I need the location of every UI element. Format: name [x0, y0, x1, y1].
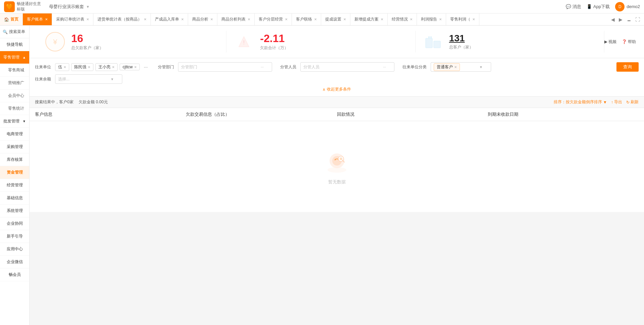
- sidebar-item-member-vip[interactable]: 畅会员: [0, 268, 29, 281]
- company-type-filter-select[interactable]: 普通客户 ✕ ▼: [431, 62, 491, 72]
- tab-maximize-btn[interactable]: ⛶: [634, 16, 641, 23]
- tab-customer-account[interactable]: 客户账本 ✕: [23, 13, 52, 25]
- tab-retail-profit[interactable]: 零售利润（ ✕: [446, 13, 479, 25]
- tab-purchase-order-stats[interactable]: 采购订单统计表 ✕: [52, 13, 93, 25]
- company-tag-more[interactable]: ···: [142, 64, 150, 70]
- tab-profit-report-label: 利润报告: [421, 16, 437, 22]
- tab-product-analysis-list[interactable]: 商品分析列表 ✕: [217, 13, 255, 25]
- tab-business-situation-close[interactable]: ✕: [410, 17, 413, 21]
- company-tag-chen-close[interactable]: ✕: [88, 65, 90, 69]
- company-tag-chen[interactable]: 陈民强 ✕: [71, 63, 93, 71]
- avatar: D: [615, 2, 625, 11]
- company-tag-wu-close[interactable]: ✕: [63, 65, 66, 69]
- tab-next-btn[interactable]: ▶: [617, 16, 624, 23]
- company-tag-cjttcw-close[interactable]: ✕: [134, 65, 137, 69]
- query-button[interactable]: 查询: [616, 62, 639, 72]
- help-btn[interactable]: ❓ 帮助: [622, 39, 636, 45]
- th-debt: 欠款交易信息（占比）: [186, 111, 337, 117]
- sidebar-item-member-center[interactable]: 会员中心: [0, 89, 29, 102]
- balance-filter-arrow: ▼: [111, 77, 114, 81]
- sidebar-search[interactable]: 🔍 搜索菜单: [0, 26, 29, 38]
- tab-product-in-order[interactable]: 产成品入库单 ✕: [151, 13, 188, 25]
- video-label: 视频: [608, 39, 616, 45]
- filter-row-2: 往来余额 选择... ▼: [35, 74, 639, 84]
- tab-profit-report-close[interactable]: ✕: [439, 17, 442, 21]
- sidebar-item-retail-mall[interactable]: 零售商城: [0, 64, 29, 77]
- tab-customer-connect-close[interactable]: ✕: [314, 17, 317, 21]
- tab-new-reminder-plan-close[interactable]: ✕: [381, 17, 383, 21]
- export-btn[interactable]: ↑ 导出: [611, 99, 622, 105]
- tab-purchase-order-stats-close[interactable]: ✕: [86, 17, 89, 21]
- tab-product-analysis-close[interactable]: ✕: [210, 17, 213, 21]
- sidebar-item-marketing-promotion[interactable]: 营销推广: [0, 77, 29, 89]
- balance-filter-select[interactable]: 选择... ▼: [55, 74, 122, 84]
- sidebar-item-purchase-management[interactable]: 采购管理: [0, 141, 29, 153]
- collapse-btn[interactable]: ∧ 收起更多条件: [323, 86, 351, 92]
- help-label: 帮助: [628, 39, 636, 45]
- tab-product-analysis[interactable]: 商品分析 ✕: [188, 13, 217, 25]
- sidebar-item-operation-management[interactable]: 经营管理: [0, 179, 29, 192]
- company-type-tag-normal-close[interactable]: ✕: [454, 65, 457, 69]
- sidebar-item-new-user-guide[interactable]: 新手引导: [0, 230, 29, 243]
- collapse-icon: ∧: [323, 87, 326, 92]
- tab-reminder-settings[interactable]: 提成设置 ✕: [321, 13, 350, 25]
- tab-product-in-order-close[interactable]: ✕: [181, 17, 184, 21]
- sidebar-item-quick-nav[interactable]: 快捷导航: [0, 38, 29, 51]
- sidebar-item-inventory-check-label: 库存核算: [7, 157, 23, 162]
- company-tag-cjttcw[interactable]: cjttcw ✕: [120, 64, 140, 70]
- debt-customers-icon: ¥: [44, 31, 66, 52]
- sidebar-item-enterprise-collaboration[interactable]: 企业协同: [0, 217, 29, 230]
- company-tag-wang-close[interactable]: ✕: [112, 65, 115, 69]
- sidebar-item-capital-management[interactable]: 资金管理: [0, 166, 29, 179]
- summary-card1-num: 16: [71, 33, 103, 44]
- dept-filter-select[interactable]: 分管部门 ···: [178, 62, 272, 72]
- sidebar-item-system-management-label: 系统管理: [7, 208, 23, 213]
- user-name: demo2: [627, 4, 640, 9]
- tab-customer-tier-label: 客户分层经营: [259, 16, 283, 22]
- sidebar-item-inventory-check[interactable]: 库存核算: [0, 153, 29, 166]
- tab-home[interactable]: 🏠 首页: [0, 13, 23, 25]
- sidebar-item-retail-management[interactable]: 零售管理 ▲: [0, 51, 29, 64]
- company-tag-wang[interactable]: 王小亮 ✕: [95, 63, 118, 71]
- tab-customer-connect[interactable]: 客户联络 ✕: [292, 13, 321, 25]
- app-download-btn[interactable]: 📱 App下载: [587, 4, 610, 10]
- tab-new-reminder-plan[interactable]: 新增提成方案 ✕: [350, 13, 388, 25]
- tab-reminder-settings-close[interactable]: ✕: [343, 17, 346, 21]
- sidebar-item-app-center[interactable]: 应用中心: [0, 243, 29, 256]
- sidebar-item-ecommerce-management[interactable]: 电商管理: [0, 128, 29, 141]
- tab-customer-account-close[interactable]: ✕: [45, 17, 48, 21]
- workspace-selector[interactable]: 母婴行业演示账套 ▼: [49, 4, 90, 10]
- tab-business-situation-label: 经营情况: [392, 16, 408, 22]
- sidebar-item-retail-management-arrow: ▲: [23, 56, 26, 59]
- company-type-tag-normal[interactable]: 普通客户 ✕: [434, 63, 460, 71]
- tab-business-situation[interactable]: 经营情况 ✕: [388, 13, 417, 25]
- sidebar-item-basic-info[interactable]: 基础信息: [0, 192, 29, 205]
- sidebar-item-system-management[interactable]: 系统管理: [0, 205, 29, 217]
- tab-prev-btn[interactable]: ◀: [610, 16, 616, 23]
- tab-retail-profit-close[interactable]: ✕: [472, 17, 475, 21]
- sidebar-item-batch-management[interactable]: 批发管理 ▼: [0, 115, 29, 128]
- tab-product-analysis-list-close[interactable]: ✕: [248, 17, 250, 21]
- tab-purchase-stats-by-product-close[interactable]: ✕: [144, 17, 146, 21]
- sidebar-item-member-center-label: 会员中心: [8, 93, 24, 98]
- video-btn[interactable]: ▶ 视频: [604, 39, 616, 45]
- tab-profit-report[interactable]: 利润报告 ✕: [417, 13, 446, 25]
- tab-customer-tier-close[interactable]: ✕: [285, 17, 288, 21]
- user-menu[interactable]: D demo2: [615, 2, 640, 11]
- person-filter-select[interactable]: 分管人员 ···: [300, 62, 394, 72]
- video-icon: ▶: [604, 39, 607, 44]
- tab-product-analysis-list-label: 商品分析列表: [221, 16, 246, 22]
- sidebar-item-enterprise-wechat[interactable]: 企业微信: [0, 256, 29, 268]
- company-tag-wu[interactable]: 伍 ✕: [55, 63, 69, 71]
- sidebar-item-retail-stats[interactable]: 零售统计: [0, 102, 29, 115]
- sidebar-item-marketing-promotion-label: 营销推广: [8, 80, 24, 85]
- tab-purchase-stats-by-product[interactable]: 进货单统计表（按商品） ✕: [93, 13, 151, 25]
- message-btn[interactable]: 💬 消息: [566, 4, 581, 10]
- company-filter-label: 往来单位: [35, 64, 51, 70]
- tab-customer-connect-label: 客户联络: [296, 16, 312, 22]
- tab-customer-tier[interactable]: 客户分层经营 ✕: [255, 13, 292, 25]
- svg-point-10: [335, 159, 336, 160]
- tab-minimize-btn[interactable]: 🗕: [625, 16, 633, 23]
- refresh-btn[interactable]: ↻ 刷新: [626, 99, 639, 105]
- tab-reminder-settings-label: 提成设置: [325, 16, 341, 22]
